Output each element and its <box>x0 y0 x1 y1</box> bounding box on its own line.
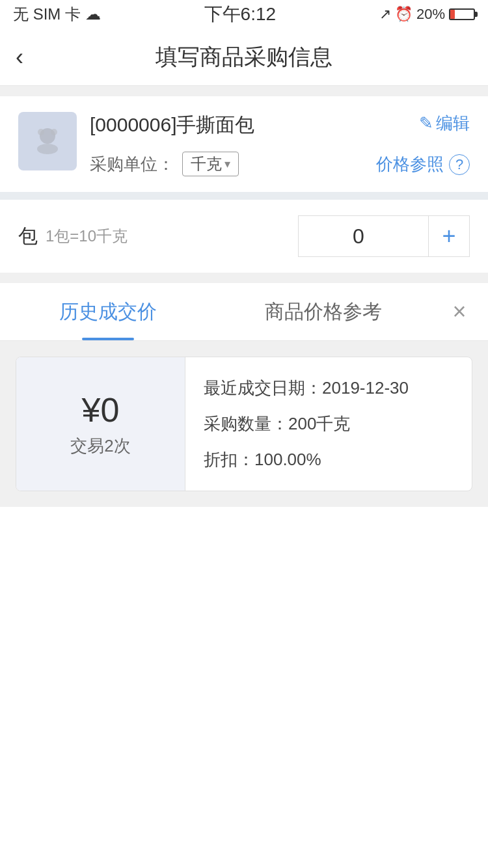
product-left: [0000006]手撕面包 采购单位： 千克 ▾ <box>18 112 254 176</box>
status-right: ↗ ⏰ 20% <box>379 6 475 23</box>
product-image-icon <box>28 122 67 161</box>
increment-button[interactable]: + <box>428 215 470 257</box>
svg-point-2 <box>38 129 44 135</box>
discount-row: 折扣：100.00% <box>204 447 454 472</box>
product-thumbnail <box>18 112 77 170</box>
edit-label: 编辑 <box>436 112 470 135</box>
bottom-area <box>0 507 488 868</box>
purchase-qty-label: 采购数量： <box>204 414 288 433</box>
quantity-input[interactable] <box>298 215 428 257</box>
page-title: 填写商品采购信息 <box>156 42 332 72</box>
transaction-price: ¥0 <box>82 390 120 429</box>
transaction-count: 交易2次 <box>70 435 130 457</box>
price-ref-label: 价格参照 <box>376 153 444 176</box>
product-unit-row: 采购单位： 千克 ▾ <box>90 152 254 176</box>
purchase-qty-row: 采购数量：200千克 <box>204 411 454 437</box>
product-card: [0000006]手撕面包 采购单位： 千克 ▾ ✎ 编辑 价格参照 ? <box>0 96 488 192</box>
transaction-details: 最近成交日期：2019-12-30 采购数量：200千克 折扣：100.00% <box>185 357 472 491</box>
conversion-text: 1包=10千克 <box>46 226 128 247</box>
status-bar: 无 SIM 卡 ☁ 下午6:12 ↗ ⏰ 20% <box>0 0 488 29</box>
tab-product-price-reference[interactable]: 商品价格参考 <box>215 283 431 340</box>
edit-icon: ✎ <box>419 113 433 133</box>
status-left: 无 SIM 卡 ☁ <box>13 4 101 25</box>
close-tabs-button[interactable]: × <box>431 283 488 340</box>
discount-label: 折扣： <box>204 450 254 469</box>
signal-text: 无 SIM 卡 ☁ <box>13 4 101 25</box>
section-divider <box>0 192 488 200</box>
tab-history-price[interactable]: 历史成交价 <box>0 283 215 340</box>
purchase-qty-value: 200千克 <box>288 414 350 433</box>
battery-icon <box>449 8 475 20</box>
battery-percent: 20% <box>416 6 445 23</box>
tabs-container: 历史成交价 商品价格参考 × <box>0 283 488 341</box>
edit-button[interactable]: ✎ 编辑 <box>419 112 470 135</box>
transaction-summary: ¥0 交易2次 <box>16 357 185 491</box>
recent-date-label: 最近成交日期： <box>204 378 322 398</box>
dropdown-arrow-icon: ▾ <box>224 157 230 171</box>
tabs-header: 历史成交价 商品价格参考 × <box>0 283 488 340</box>
price-reference-button[interactable]: 价格参照 ? <box>376 153 470 176</box>
quantity-row: 包 1包=10千克 + <box>0 200 488 273</box>
quantity-label: 包 1包=10千克 <box>18 223 128 250</box>
quantity-input-group: + <box>298 215 470 257</box>
question-icon: ? <box>449 154 470 175</box>
back-button[interactable]: ‹ <box>16 44 23 71</box>
alarm-icon: ⏰ <box>395 6 413 23</box>
product-actions: ✎ 编辑 价格参照 ? <box>376 112 470 176</box>
product-name: [0000006]手撕面包 <box>90 112 254 139</box>
nav-bar: ‹ 填写商品采购信息 <box>0 29 488 86</box>
discount-value: 100.00% <box>254 450 321 469</box>
recent-date-value: 2019-12-30 <box>322 378 409 398</box>
recent-date-row: 最近成交日期：2019-12-30 <box>204 375 454 401</box>
svg-point-1 <box>37 144 58 154</box>
quantity-unit: 包 <box>18 223 38 250</box>
gps-icon: ↗ <box>379 6 391 23</box>
transaction-card: ¥0 交易2次 最近成交日期：2019-12-30 采购数量：200千克 折扣：… <box>16 357 472 491</box>
product-header: [0000006]手撕面包 采购单位： 千克 ▾ ✎ 编辑 价格参照 ? <box>18 112 470 176</box>
unit-value: 千克 <box>191 154 222 174</box>
unit-selector[interactable]: 千克 ▾ <box>182 152 239 176</box>
unit-label: 采购单位： <box>90 153 174 176</box>
product-info: [0000006]手撕面包 采购单位： 千克 ▾ <box>90 112 254 176</box>
status-time: 下午6:12 <box>204 2 277 27</box>
svg-point-3 <box>51 129 57 135</box>
